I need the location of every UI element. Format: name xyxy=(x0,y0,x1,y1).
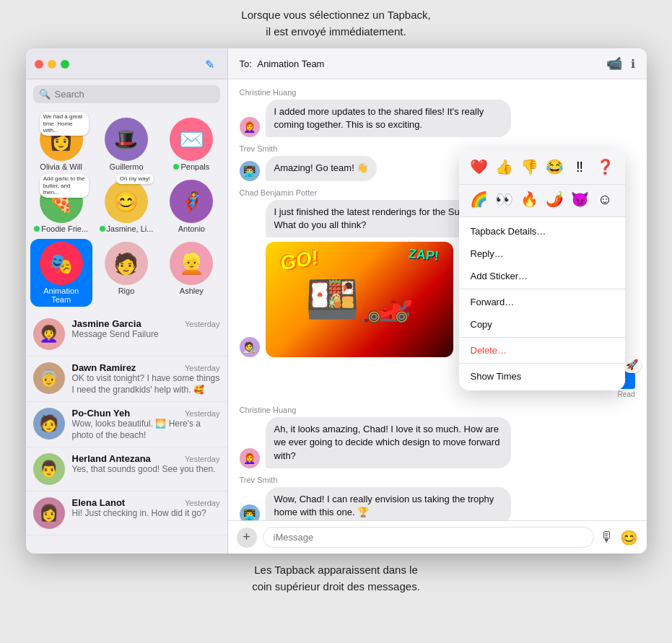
emoji-icon: 😊 xyxy=(620,530,638,546)
zap-sticker: ZAP! xyxy=(408,246,440,264)
menu-label-add-sticker: Add Sticker… xyxy=(471,271,528,281)
tapback-fire[interactable]: 🔥 xyxy=(518,188,541,211)
name-penpals: Penpals xyxy=(173,162,209,171)
conv-preview-po-chun-yeh: Wow, looks beautiful. 🌅 Here's a photo o… xyxy=(72,419,220,441)
pinned-item-foodie[interactable]: 🍕 Add garlic to the butter, and then... … xyxy=(30,177,92,236)
tapback-more[interactable]: ☺️ xyxy=(593,188,616,211)
tapback-thumbs-up[interactable]: 👍 xyxy=(492,155,515,178)
search-input[interactable] xyxy=(55,89,214,100)
bubble-foodie: Add garlic to the butter, and then... xyxy=(40,174,89,198)
tapback-question[interactable]: ❓ xyxy=(593,155,616,178)
video-icon: 📹 xyxy=(606,56,622,71)
close-button[interactable] xyxy=(35,60,43,69)
menu-label-show-times: Show Times xyxy=(471,371,522,382)
pinned-item-antonio[interactable]: 🦸 Antonio xyxy=(160,177,222,236)
sidebar-titlebar: ✎ xyxy=(26,48,227,79)
minimize-button[interactable] xyxy=(48,60,56,69)
msg-row-6: 👨‍💻 Wow, Chad! I can really envision us … xyxy=(240,487,635,520)
tapback-haha[interactable]: 😂 xyxy=(543,155,566,178)
search-bar[interactable]: 🔍 xyxy=(33,85,220,103)
emoji-button[interactable]: 😊 xyxy=(620,529,638,546)
msg-avatar-trev: 👨‍💻 xyxy=(240,161,260,181)
conv-time-dawn-ramirez: Yesterday xyxy=(185,364,220,372)
tapback-thumbs-down[interactable]: 👎 xyxy=(518,155,541,178)
to-label: To: xyxy=(240,58,252,69)
menu-item-add-sticker[interactable]: Add Sticker… xyxy=(459,265,625,287)
conv-name-jasmine-garcia: Jasmine Garcia xyxy=(72,318,141,329)
chat-to-label: To: Animation Team xyxy=(240,58,325,69)
chat-recipient: Animation Team xyxy=(257,58,324,69)
annotation-top: Lorsque vous sélectionnez un Tapback,il … xyxy=(241,7,430,40)
audio-input-button[interactable]: 🎙 xyxy=(600,529,614,546)
conv-avatar-jasmine-garcia: 👩‍🦱 xyxy=(33,318,65,350)
menu-item-reply[interactable]: Reply… xyxy=(459,242,625,265)
avatar-jasmine: 😊 xyxy=(105,180,148,223)
menu-item-tapback-details[interactable]: Tapback Details… xyxy=(459,220,625,242)
menu-divider-2 xyxy=(459,337,625,338)
tapback-pepper[interactable]: 🌶️ xyxy=(543,188,566,211)
name-guillermo: Guillermo xyxy=(109,162,143,171)
compose-button[interactable]: ✎ xyxy=(201,56,219,73)
menu-item-show-times[interactable]: Show Times xyxy=(459,365,625,388)
menu-item-copy[interactable]: Copy xyxy=(459,313,625,336)
conv-name-herland-antezana: Herland Antezana xyxy=(72,453,151,464)
pinned-item-guillermo[interactable]: 🎩 Guillermo xyxy=(95,115,157,174)
tapback-heart[interactable]: ❤️ xyxy=(467,155,490,178)
pinned-item-rigo[interactable]: 🧑 Rigo xyxy=(95,239,157,307)
conv-item-dawn-ramirez[interactable]: 👵 Dawn Ramirez Yesterday OK to visit ton… xyxy=(26,357,227,402)
audio-icon: 🎙 xyxy=(600,529,614,545)
info-button[interactable]: ℹ xyxy=(631,56,635,71)
tapback-badge-sent: 🚀 xyxy=(623,357,641,373)
maximize-button[interactable] xyxy=(61,60,69,69)
msg-bubble-5: Ah, it looks amazing, Chad! I love it so… xyxy=(266,417,511,468)
conv-name-po-chun-yeh: Po-Chun Yeh xyxy=(72,408,131,419)
msg-sender-trev-2: Trev Smith xyxy=(240,476,635,484)
tapback-emoji-row-1: ❤️ 👍 👎 😂 ‼️ ❓ xyxy=(459,149,625,185)
annotation-bottom: Les Tapback apparaissent dans lecoin sup… xyxy=(252,562,420,595)
tapback-exclamation[interactable]: ‼️ xyxy=(568,155,591,178)
avatar-animation-team: 🎭 xyxy=(40,242,83,285)
bubble-olivia-will: We had a great time. Home with... xyxy=(40,112,89,136)
tapback-rainbow[interactable]: 🌈 xyxy=(467,188,490,211)
pinned-item-ashley[interactable]: 👱 Ashley xyxy=(160,239,222,307)
conv-item-jasmine-garcia[interactable]: 👩‍🦱 Jasmine Garcia Yesterday Message Sen… xyxy=(26,312,227,357)
tapback-devil[interactable]: 😈 xyxy=(568,188,591,211)
bubble-jasmine: On my way! xyxy=(116,174,154,184)
add-attachment-button[interactable]: + xyxy=(237,528,257,548)
menu-item-delete[interactable]: Delete… xyxy=(459,339,625,362)
avatar-guillermo: 🎩 xyxy=(105,118,148,161)
name-jasmine: Jasmine, Li... xyxy=(100,224,154,233)
traffic-lights xyxy=(35,60,69,69)
conv-content-jasmine-garcia: Jasmine Garcia Yesterday Message Send Fa… xyxy=(72,318,220,341)
menu-item-forward[interactable]: Forward… xyxy=(459,291,625,313)
msg-avatar-christine-2: 👩‍🦰 xyxy=(240,448,260,468)
msg-bubble-2: Amazing! Go team! 👋 xyxy=(266,156,378,180)
tapback-eyes[interactable]: 👀 xyxy=(492,188,515,211)
pinned-item-jasmine[interactable]: 😊 On my way! Jasmine, Li... xyxy=(95,177,157,236)
conv-item-herland-antezana[interactable]: 👨 Herland Antezana Yesterday Yes, that s… xyxy=(26,447,227,491)
name-olivia-will: Olivia & Will xyxy=(40,162,82,171)
chat-header: To: Animation Team 📹 ℹ xyxy=(228,48,647,79)
conv-item-elena-lanot[interactable]: 👩 Elena Lanot Yesterday Hi! Just checkin… xyxy=(26,491,227,535)
conv-item-po-chun-yeh[interactable]: 🧑 Po-Chun Yeh Yesterday Wow, looks beaut… xyxy=(26,402,227,447)
sidebar: ✎ 🔍 👩 We had a great time. Home with... … xyxy=(26,48,228,554)
menu-label-copy: Copy xyxy=(471,319,492,330)
msg-row-5: 👩‍🦰 Ah, it looks amazing, Chad! I love i… xyxy=(240,417,635,468)
pinned-item-penpals[interactable]: ✉️ Penpals xyxy=(160,115,222,174)
msg-status-sent: Read xyxy=(240,390,635,398)
message-input[interactable] xyxy=(263,527,594,548)
chat-header-actions: 📹 ℹ xyxy=(606,56,635,71)
conv-preview-jasmine-garcia: Message Send Failure xyxy=(72,329,220,341)
video-call-button[interactable]: 📹 xyxy=(606,56,622,71)
conv-preview-elena-lanot: Hi! Just checking in. How did it go? xyxy=(72,508,220,520)
avatar-antonio: 🦸 xyxy=(170,180,213,223)
msg-group-5: Christine Huang 👩‍🦰 Ah, it looks amazing… xyxy=(240,406,635,468)
main-chat: To: Animation Team 📹 ℹ Christine Huang 👩… xyxy=(228,48,647,554)
conv-time-jasmine-garcia: Yesterday xyxy=(185,320,220,328)
pinned-grid: 👩 We had a great time. Home with... Oliv… xyxy=(26,109,227,312)
sushi-car-image: GO! 🍱🏎️ ZAP! xyxy=(266,242,453,357)
msg-group-6: Trev Smith 👨‍💻 Wow, Chad! I can really e… xyxy=(240,476,635,520)
pinned-item-olivia-will[interactable]: 👩 We had a great time. Home with... Oliv… xyxy=(30,115,92,174)
app-window: ✎ 🔍 👩 We had a great time. Home with... … xyxy=(26,48,647,554)
pinned-item-animation-team[interactable]: 🎭 Animation Team xyxy=(30,239,92,307)
